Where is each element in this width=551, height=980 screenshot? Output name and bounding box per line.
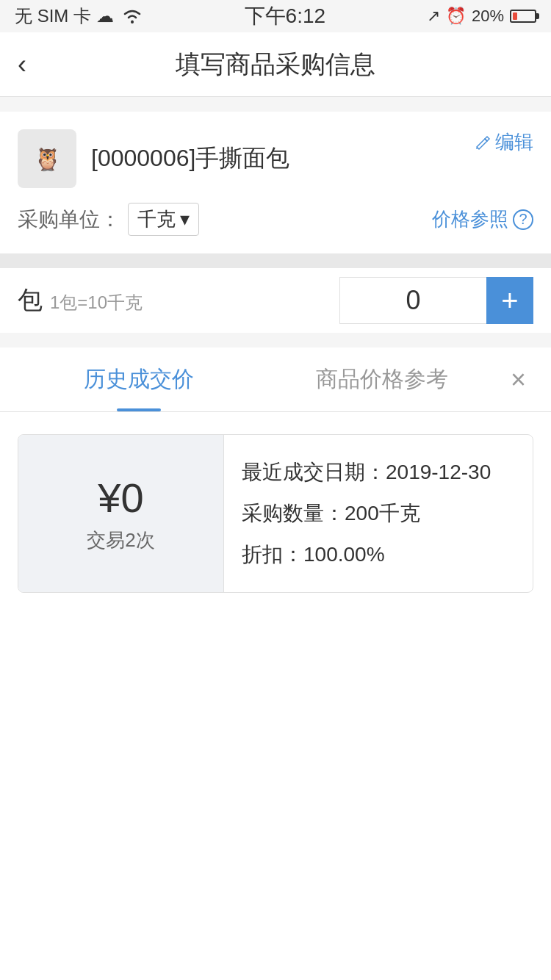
discount-label: 折扣：: [242, 543, 303, 566]
status-left: 无 SIM 卡 ☁: [15, 4, 143, 28]
tab-price-ref[interactable]: 商品价格参考: [260, 347, 503, 411]
transaction-right: 最近成交日期：2019-12-30 采购数量：200千克 折扣：100.00%: [224, 435, 533, 592]
product-card: 🦉 [0000006]手撕面包 编辑 采购单位： 千克 ▾ 价格参照 ?: [0, 112, 551, 253]
unit-value: 千克: [137, 206, 176, 232]
tab2-label: 商品价格参考: [316, 364, 448, 394]
quantity-input[interactable]: [339, 277, 486, 324]
product-name: [0000006]手撕面包: [91, 143, 289, 175]
edit-icon: [475, 134, 491, 151]
recent-date-label: 最近成交日期：: [242, 461, 386, 483]
qty-plus-button[interactable]: +: [486, 277, 533, 324]
price-ref-label: 价格参照: [432, 206, 508, 232]
back-button[interactable]: ‹: [18, 49, 26, 80]
alarm-icon: ⏰: [446, 7, 466, 26]
qty-unit: 包: [18, 284, 43, 317]
transaction-card: ¥0 交易2次 最近成交日期：2019-12-30 采购数量：200千克 折扣：…: [18, 434, 533, 593]
divider: [0, 253, 551, 268]
product-unit-row: 采购单位： 千克 ▾ 价格参照 ?: [18, 203, 533, 236]
product-left: 🦉 [0000006]手撕面包: [18, 129, 289, 188]
discount-value: 100.00%: [303, 543, 385, 566]
help-icon: ?: [513, 209, 533, 230]
tab-header: 历史成交价 商品价格参考 ×: [0, 347, 551, 412]
qty-conversion: 1包=10千克: [50, 291, 143, 314]
recent-date-row: 最近成交日期：2019-12-30: [242, 457, 515, 488]
tab-panel: 历史成交价 商品价格参考 × ¥0 交易2次 最近成交日期：2019-12-30…: [0, 347, 551, 615]
unit-label: 采购单位：: [18, 206, 120, 234]
svg-point-0: [131, 21, 134, 24]
tab-history-price[interactable]: 历史成交价: [18, 347, 260, 411]
recent-date-value: 2019-12-30: [386, 461, 491, 483]
tab-content: ¥0 交易2次 最近成交日期：2019-12-30 采购数量：200千克 折扣：…: [0, 412, 551, 615]
product-header: 🦉 [0000006]手撕面包 编辑: [18, 129, 533, 188]
product-icon: 🦉: [18, 129, 76, 188]
nav-header: ‹ 填写商品采购信息: [0, 32, 551, 97]
sim-label: 无 SIM 卡 ☁: [15, 4, 114, 28]
transaction-count: 交易2次: [87, 527, 154, 553]
content-empty: [0, 615, 551, 980]
edit-label: 编辑: [495, 129, 533, 155]
location-icon: ↗: [427, 7, 440, 26]
edit-button[interactable]: 编辑: [475, 129, 533, 155]
wifi-icon: [121, 8, 143, 24]
quantity-row: 包 1包=10千克 +: [0, 268, 551, 333]
tab1-label: 历史成交价: [84, 364, 194, 394]
tab-close-button[interactable]: ×: [503, 364, 533, 395]
transaction-left: ¥0 交易2次: [18, 435, 224, 592]
battery-icon: [510, 10, 536, 23]
qty-row: 采购数量：200千克: [242, 498, 515, 529]
transaction-price: ¥0: [98, 474, 143, 522]
quantity-label-area: 包 1包=10千克: [18, 284, 143, 317]
status-right: ↗ ⏰ 20%: [427, 7, 536, 26]
qty-row-value: 200千克: [345, 502, 420, 525]
battery-pct: 20%: [472, 7, 504, 26]
qty-row-label: 采购数量：: [242, 502, 345, 525]
quantity-input-area: +: [339, 277, 533, 324]
status-time: 下午6:12: [245, 2, 326, 30]
price-ref-button[interactable]: 价格参照 ?: [432, 206, 533, 232]
page-title: 填写商品采购信息: [176, 48, 375, 82]
discount-row: 折扣：100.00%: [242, 539, 515, 570]
unit-select[interactable]: 千克 ▾: [128, 203, 199, 236]
status-bar: 无 SIM 卡 ☁ 下午6:12 ↗ ⏰ 20%: [0, 0, 551, 32]
unit-arrow: ▾: [180, 208, 190, 231]
